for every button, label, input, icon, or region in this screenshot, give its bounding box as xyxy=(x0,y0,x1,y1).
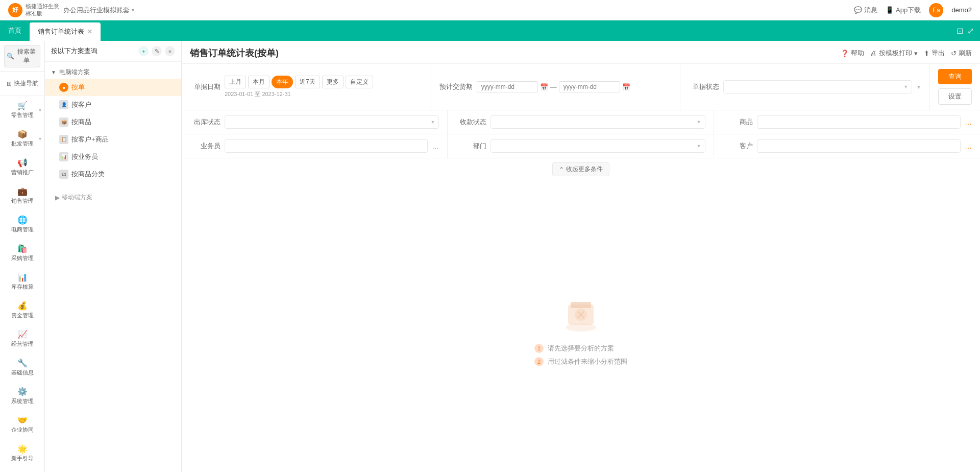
sidebar-item-finance[interactable]: 💰 资金管理 xyxy=(0,296,44,324)
filter-row-3: 业务员 … 部门 客户 … xyxy=(182,134,980,158)
edit-scheme-button[interactable]: ✎ xyxy=(152,46,162,56)
logo-text: 畅捷通好生意 标准版 xyxy=(26,3,59,16)
nav-icon: ⊞ xyxy=(7,80,12,87)
product-label: 商品 xyxy=(722,117,753,127)
scheme-item-by-customer[interactable]: 👤 按客户 xyxy=(45,96,181,113)
date-quick-btns: 上月 本月 本年 近7天 更多 自定义 xyxy=(225,76,373,88)
sidebar-item-purchase[interactable]: 🛍️ 采购管理 xyxy=(0,239,44,267)
close-tab-icon[interactable]: ✕ xyxy=(87,28,92,35)
this-year-btn[interactable]: 本年 xyxy=(272,76,293,88)
collapse-btn-wrap: ⌃ 收起更多条件 xyxy=(182,158,980,180)
sidebar-item-corp-coop[interactable]: 🤝 企业协同 xyxy=(0,410,44,439)
settings-button[interactable]: 设置 xyxy=(938,88,972,105)
message-button[interactable]: 💬 消息 xyxy=(854,6,877,15)
query-button[interactable]: 查询 xyxy=(938,69,972,84)
payment-status-select[interactable] xyxy=(491,115,705,129)
tab-home[interactable]: 首页 xyxy=(0,20,30,41)
refresh-button[interactable]: ↺ 刷新 xyxy=(951,49,972,58)
this-month-btn[interactable]: 本月 xyxy=(248,76,270,88)
mobile-section-arrow-icon: ▶ xyxy=(55,194,60,201)
date-filter-group: 上月 本月 本年 近7天 更多 自定义 2023-01-01 至 2023-12… xyxy=(225,76,373,98)
page-header: 销售订单统计表(按单) ❓ 帮助 🖨 按模板打印 ▾ ⬆ 导出 xyxy=(182,41,980,64)
expected-date-end-input[interactable] xyxy=(559,81,620,92)
sidebar-item-marketing[interactable]: 📢 营销推广 xyxy=(0,153,44,181)
product-cell: 商品 … xyxy=(714,110,980,134)
last7-btn[interactable]: 近7天 xyxy=(295,76,320,88)
scheme-section-mobile-title[interactable]: ▶ 移动端方案 xyxy=(45,191,181,204)
export-icon: ⬆ xyxy=(924,50,929,57)
finance-icon: 💰 xyxy=(17,301,28,311)
ecommerce-icon: 🌐 xyxy=(17,215,28,225)
department-select[interactable] xyxy=(491,139,705,153)
phone-icon: 📱 xyxy=(886,6,894,14)
scheme-section-mobile: ▶ 移动端方案 xyxy=(45,187,181,208)
sidebar-nav-btn[interactable]: ⊞ 快捷导航 xyxy=(0,75,44,92)
app-download-button[interactable]: 📱 App下载 xyxy=(886,6,921,15)
scheme-item-by-product[interactable]: 📦 按商品 xyxy=(45,113,181,131)
logo-area: 好 畅捷通好生意 标准版 xyxy=(8,3,59,17)
scheme-item-by-order[interactable]: ● 按单 xyxy=(45,79,181,96)
filter-row-2: 出库状态 收款状态 商品 xyxy=(182,110,980,134)
by-salesperson-icon: 📊 xyxy=(59,152,68,161)
tab-right-actions: ⊡ ⤢ xyxy=(957,20,980,41)
maximize-icon[interactable]: ⤢ xyxy=(967,26,974,36)
action-btns: 查询 设置 xyxy=(930,64,980,110)
collapse-more-button[interactable]: ⌃ 收起更多条件 xyxy=(552,162,609,176)
salesperson-cell: 业务员 … xyxy=(182,134,448,158)
customer-more-icon[interactable]: … xyxy=(965,142,972,150)
sidebar-item-sales[interactable]: 💼 销售管理 xyxy=(0,181,44,210)
product-more-icon[interactable]: … xyxy=(965,118,972,126)
sidebar-item-retail[interactable]: 🛒 零售管理 ▾ xyxy=(0,96,44,124)
by-customer-icon: 👤 xyxy=(59,100,68,109)
help-button[interactable]: ❓ 帮助 xyxy=(841,49,864,58)
sidebar-item-system[interactable]: ⚙️ 系统管理 xyxy=(0,382,44,410)
product-input[interactable] xyxy=(757,115,961,129)
tip-num-2: 2 xyxy=(534,357,544,366)
search-menu-button[interactable]: 🔍 搜索菜单 xyxy=(4,45,40,67)
sidebar-item-newbie[interactable]: 🌟 新手引导 xyxy=(0,439,44,467)
last-month-btn[interactable]: 上月 xyxy=(225,76,246,88)
tab-sales-order-stat[interactable]: 销售订单统计表 ✕ xyxy=(30,22,101,41)
customer-input[interactable] xyxy=(757,139,961,153)
user-name[interactable]: demo2 xyxy=(951,6,972,14)
filter-row-1: 单据日期 上月 本月 本年 近7天 更多 自定义 2023-01-01 至 20… xyxy=(182,64,980,110)
by-product-icon: 📦 xyxy=(59,117,68,127)
expected-date-start-input[interactable] xyxy=(477,81,538,92)
workspace-chevron-icon: ▾ xyxy=(132,7,134,13)
status-select[interactable] xyxy=(723,80,912,93)
scheme-item-by-product-category[interactable]: 🗂 按商品分类 xyxy=(45,166,181,183)
more-btn[interactable]: 更多 xyxy=(322,76,344,88)
minimize-icon[interactable]: ⊡ xyxy=(957,26,963,36)
scheme-item-by-salesperson[interactable]: 📊 按业务员 xyxy=(45,148,181,166)
calendar-start-icon[interactable]: 📅 xyxy=(540,83,548,91)
scheme-header-title: 按以下方案查询 xyxy=(51,46,97,56)
expand-arrow-icon: ▾ xyxy=(39,107,41,113)
salesperson-input[interactable] xyxy=(225,139,428,153)
print-icon: 🖨 xyxy=(870,50,877,57)
custom-btn[interactable]: 自定义 xyxy=(346,76,373,88)
pc-section-arrow-icon[interactable]: ▼ xyxy=(51,69,56,75)
status-label: 单据状态 xyxy=(689,82,719,91)
empty-tip-2: 2 用过滤条件来缩小分析范围 xyxy=(534,357,627,366)
add-scheme-button[interactable]: ＋ xyxy=(138,46,149,56)
sidebar-item-ecommerce[interactable]: 🌐 电商管理 xyxy=(0,210,44,239)
salesperson-more-icon[interactable]: … xyxy=(432,142,439,150)
calendar-end-icon[interactable]: 📅 xyxy=(622,83,630,91)
top-bar-left: 好 畅捷通好生意 标准版 办公用品行业模拟账套 ▾ xyxy=(8,3,134,17)
sidebar-item-operations[interactable]: 📈 经营管理 xyxy=(0,324,44,353)
scheme-item-by-customer-product[interactable]: 📋 按客户+商品 xyxy=(45,131,181,148)
print-button[interactable]: 🖨 按模板打印 ▾ xyxy=(870,49,918,58)
sidebar-item-inventory[interactable]: 📊 库存核算 xyxy=(0,267,44,296)
collapse-icon: ⌃ xyxy=(559,166,564,173)
sales-icon: 💼 xyxy=(17,186,28,196)
sidebar-item-basics[interactable]: 🔧 基础信息 xyxy=(0,353,44,382)
ship-status-label: 出库状态 xyxy=(190,117,220,127)
sidebar-item-app-center[interactable]: 📱 应用中心 xyxy=(0,467,44,472)
export-button[interactable]: ⬆ 导出 xyxy=(924,49,945,58)
expected-date-cell: 预计交货期 📅 — 📅 xyxy=(431,64,681,110)
tip-num-1: 1 xyxy=(534,344,544,353)
workspace-selector[interactable]: 办公用品行业模拟账套 ▾ xyxy=(63,6,134,15)
ship-status-select[interactable] xyxy=(225,115,439,129)
collapse-scheme-button[interactable]: « xyxy=(165,46,175,56)
sidebar-item-wholesale[interactable]: 📦 批发管理 ▾ xyxy=(0,124,44,153)
